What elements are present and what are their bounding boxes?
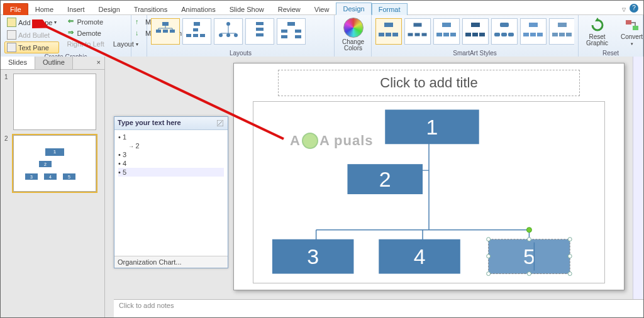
tab-insert[interactable]: Insert <box>60 3 92 15</box>
style-thumb[interactable] <box>433 18 460 45</box>
tab-strip: File Home Insert Design Transitions Anim… <box>1 1 643 15</box>
style-thumb[interactable] <box>549 18 574 45</box>
slide-canvas[interactable]: Click to add title 1 2 <box>233 63 625 290</box>
style-thumb[interactable] <box>375 18 402 45</box>
svg-text:5: 5 <box>68 175 70 179</box>
text-pane-close-icon[interactable] <box>216 119 225 128</box>
ribbon-minimize-icon[interactable]: ▽ <box>622 7 626 13</box>
group-layouts: Layouts <box>147 15 335 57</box>
tab-file[interactable]: File <box>3 3 28 15</box>
svg-point-92 <box>568 272 572 276</box>
style-thumb[interactable] <box>491 18 518 45</box>
svg-rect-42 <box>479 33 485 36</box>
notes-pane[interactable]: Click to add notes <box>114 299 643 317</box>
side-tab-slides[interactable]: Slides <box>1 57 35 69</box>
side-tab-outline[interactable]: Outline <box>35 57 73 69</box>
svg-text:3: 3 <box>307 244 319 268</box>
layouts-gallery[interactable] <box>151 16 306 47</box>
promote-button[interactable]: ⇐Promote <box>64 16 140 27</box>
group-label: SmartArt Styles <box>375 50 574 57</box>
tab-smartart-format[interactable]: Format <box>372 3 408 15</box>
svg-rect-34 <box>421 33 427 36</box>
demote-icon: ⇒ <box>67 29 75 37</box>
slides-panel: Slides Outline × 1 2 <box>1 57 105 317</box>
text-pane-footer[interactable]: Organization Chart... <box>114 256 228 268</box>
slide-thumb-1[interactable]: 1 <box>4 74 101 130</box>
change-colors-button[interactable]: Change Colors <box>338 16 368 53</box>
svg-rect-41 <box>472 33 478 36</box>
svg-rect-25 <box>281 35 287 38</box>
help-icon[interactable]: ? <box>630 4 638 13</box>
slide-thumb-2[interactable]: 2 1 2 3 4 5 <box>4 135 101 192</box>
tab-transitions[interactable]: Transitions <box>127 3 174 15</box>
smartart-graphic[interactable]: 1 2 3 4 5 <box>253 101 605 283</box>
svg-rect-21 <box>256 33 264 36</box>
svg-point-91 <box>527 272 531 276</box>
reset-graphic-button[interactable]: Reset Graphic <box>582 16 612 48</box>
tab-animations[interactable]: Animations <box>174 3 222 15</box>
layout-thumb[interactable] <box>151 18 180 45</box>
side-close-button[interactable]: × <box>93 57 104 69</box>
svg-rect-39 <box>471 23 480 27</box>
style-thumb[interactable] <box>404 18 431 45</box>
svg-rect-38 <box>450 33 456 36</box>
bullet-icon <box>7 30 16 40</box>
text-pane-button[interactable]: Text Pane <box>4 41 59 53</box>
svg-line-68 <box>218 121 222 125</box>
text-pane-header[interactable]: Type your text here <box>114 117 228 130</box>
tab-design[interactable]: Design <box>92 3 127 15</box>
tab-view[interactable]: View <box>308 3 336 15</box>
styles-gallery[interactable] <box>375 16 574 47</box>
svg-rect-48 <box>523 33 529 36</box>
layout-thumb[interactable] <box>245 18 274 45</box>
rtl-button[interactable]: Right to Left <box>64 39 106 49</box>
body-area: Slides Outline × 1 2 <box>1 57 643 317</box>
svg-point-87 <box>568 238 572 241</box>
text-pane[interactable]: Type your text here 1 2 3 4 5 Organizati… <box>114 116 228 268</box>
svg-rect-19 <box>256 22 264 25</box>
add-bullet-button[interactable]: Add Bullet <box>4 29 59 41</box>
svg-text:1: 1 <box>53 149 57 155</box>
style-thumb[interactable] <box>520 18 547 45</box>
reset-icon <box>590 18 605 33</box>
arrow-down-icon: ↓ <box>135 29 143 37</box>
tab-slideshow[interactable]: Slide Show <box>223 3 271 15</box>
layout-thumb[interactable] <box>182 18 211 45</box>
text-item[interactable]: 3 <box>118 150 224 159</box>
title-placeholder[interactable]: Click to add title <box>278 70 580 96</box>
demote-button[interactable]: ⇒Demote <box>64 28 140 38</box>
promote-icon: ⇐ <box>67 18 75 26</box>
tab-home[interactable]: Home <box>28 3 60 15</box>
svg-point-93 <box>526 228 531 233</box>
text-item[interactable]: 5 <box>118 168 224 177</box>
text-item[interactable]: 2 <box>118 141 224 150</box>
svg-rect-1 <box>156 30 161 33</box>
svg-text:2: 2 <box>379 167 391 191</box>
watermark: AA puals <box>290 133 374 149</box>
layout-thumb[interactable] <box>214 18 243 45</box>
svg-rect-24 <box>295 30 301 33</box>
svg-rect-32 <box>408 33 413 36</box>
svg-rect-12 <box>193 28 198 31</box>
svg-text:2: 2 <box>44 162 47 167</box>
svg-rect-49 <box>530 33 536 36</box>
svg-rect-9 <box>186 34 191 37</box>
style-thumb[interactable] <box>462 18 489 45</box>
svg-point-86 <box>527 238 531 241</box>
svg-rect-46 <box>508 33 514 36</box>
svg-rect-50 <box>537 33 543 36</box>
convert-button[interactable]: Convert ▾ <box>617 16 644 48</box>
group-change-colors: Change Colors <box>335 15 372 57</box>
svg-rect-3 <box>170 30 175 33</box>
svg-rect-51 <box>558 23 567 27</box>
tab-smartart-design[interactable]: Design <box>336 3 371 15</box>
slide-number: 1 <box>4 74 11 130</box>
text-item[interactable]: 1 <box>118 133 224 141</box>
slide-mini <box>13 74 96 130</box>
text-item[interactable]: 4 <box>118 159 224 168</box>
tab-review[interactable]: Review <box>271 3 308 15</box>
vertical-scrollbar[interactable] <box>633 57 643 317</box>
text-pane-list[interactable]: 1 2 3 4 5 <box>114 133 228 177</box>
add-shape-button[interactable]: Add Shape▾ <box>4 16 59 28</box>
layout-thumb[interactable] <box>277 18 306 45</box>
